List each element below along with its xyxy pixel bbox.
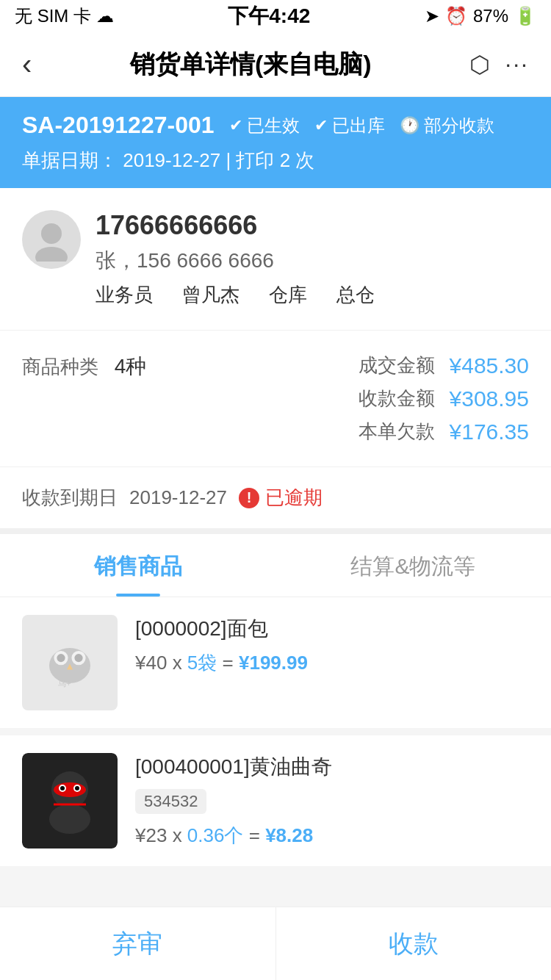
status-bar-left: 无 SIM 卡 ☁ xyxy=(15,4,114,28)
product-image-placeholder-1: 鸟+ xyxy=(22,615,118,710)
product-list: 鸟+ [0000002]面包 ¥40 x 5袋 = ¥199.99 xyxy=(0,597,551,866)
svg-text:鸟+: 鸟+ xyxy=(58,679,71,688)
badge-partial-label: 部分收款 xyxy=(424,114,494,137)
nav-bar: ‹ 销货单详情(来自电脑) ⬡ ··· xyxy=(0,32,551,97)
product-item-1: 鸟+ [0000002]面包 ¥40 x 5袋 = ¥199.99 xyxy=(0,597,551,728)
product-qty-2: 0.36个 xyxy=(187,824,244,846)
customer-id: 17666666666 xyxy=(96,210,529,241)
svg-point-11 xyxy=(54,782,86,797)
alarm-icon: ⏰ xyxy=(445,6,467,26)
clock-icon: 🕐 xyxy=(400,116,419,135)
tab-sales-products[interactable]: 销售商品 xyxy=(0,534,276,597)
nav-bar-right: ⬡ ··· xyxy=(469,51,529,79)
summary-left: 商品种类 4种 xyxy=(22,353,146,381)
avatar-icon xyxy=(29,217,73,262)
nav-bar-left: ‹ xyxy=(22,48,32,81)
product-qty-1: 5袋 xyxy=(187,652,217,674)
product-unit-price-2: ¥23 xyxy=(135,824,167,846)
header-banner-top: SA-20191227-001 ✔ 已生效 ✔ 已出库 🕐 部分收款 xyxy=(22,112,529,139)
tabs: 销售商品 结算&物流等 xyxy=(0,534,551,597)
product-details-2: [000400001]黄油曲奇 534532 ¥23 x 0.36个 = ¥8.… xyxy=(135,753,529,849)
transaction-amount: ¥485.30 xyxy=(450,353,529,378)
product-name-1: [0000002]面包 xyxy=(135,615,529,643)
customer-info: 17666666666 张，156 6666 6666 业务员 曾凡杰 仓库 总… xyxy=(96,210,529,308)
page-title: 销货单详情(来自电脑) xyxy=(130,48,372,82)
due-date-value: 2019-12-27 xyxy=(129,486,227,509)
balance-row: 本单欠款 ¥176.35 xyxy=(359,419,529,444)
product-type-label: 商品种类 xyxy=(22,356,98,378)
share-button[interactable]: ⬡ xyxy=(469,51,490,79)
product-total-2: ¥8.28 xyxy=(265,824,313,846)
svg-point-14 xyxy=(60,786,65,790)
product-price-1: ¥40 x 5袋 = ¥199.99 xyxy=(135,650,529,676)
summary-section: 商品种类 4种 成交金额 ¥485.30 收款金额 ¥308.95 本单欠款 ¥… xyxy=(0,331,551,467)
header-banner: SA-20191227-001 ✔ 已生效 ✔ 已出库 🕐 部分收款 单据日期：… xyxy=(0,97,551,188)
receipt-label: 收款金额 xyxy=(359,386,435,411)
date-label: 单据日期： xyxy=(22,149,118,171)
product-item-2: [000400001]黄油曲奇 534532 ¥23 x 0.36个 = ¥8.… xyxy=(0,735,551,866)
abandon-review-button[interactable]: 弃审 xyxy=(0,907,276,980)
sales-rep-value: 曾凡杰 xyxy=(182,282,240,308)
product-price-2: ¥23 x 0.36个 = ¥8.28 xyxy=(135,823,529,849)
summary-right: 成交金额 ¥485.30 收款金额 ¥308.95 本单欠款 ¥176.35 xyxy=(359,353,529,444)
product2-graphic xyxy=(33,764,107,837)
balance-label: 本单欠款 xyxy=(359,419,435,444)
customer-meta: 业务员 曾凡杰 仓库 总仓 xyxy=(96,282,529,308)
tab-sales-products-label: 销售商品 xyxy=(94,554,182,578)
overdue-dot-icon: ! xyxy=(239,488,259,508)
transaction-label: 成交金额 xyxy=(359,353,435,378)
balance-amount: ¥176.35 xyxy=(450,419,529,444)
svg-point-10 xyxy=(49,804,90,834)
status-bar-right: ➤ ⏰ 87% 🔋 xyxy=(425,6,536,26)
print-suffix: 次 xyxy=(295,149,314,171)
customer-name-phone: 张，156 6666 6666 xyxy=(96,247,529,275)
receipt-amount: ¥308.95 xyxy=(450,386,529,411)
warehouse-value: 总仓 xyxy=(336,282,375,308)
product-type-count: 4种 xyxy=(115,355,147,378)
overdue-label: 已逾期 xyxy=(265,485,323,511)
due-date-section: 收款到期日 2019-12-27 ! 已逾期 xyxy=(0,467,551,534)
badge-shipped: ✔ 已出库 xyxy=(314,114,385,137)
product-details-1: [0000002]面包 ¥40 x 5袋 = ¥199.99 xyxy=(135,615,529,676)
battery-text: 87% xyxy=(473,6,508,26)
svg-point-6 xyxy=(74,654,82,662)
receipt-row: 收款金额 ¥308.95 xyxy=(359,386,529,411)
product-image-1: 鸟+ xyxy=(22,615,118,710)
more-button[interactable]: ··· xyxy=(505,51,529,78)
back-button[interactable]: ‹ xyxy=(22,48,32,81)
collect-payment-button[interactable]: 收款 xyxy=(276,907,552,980)
customer-section: 17666666666 张，156 6666 6666 业务员 曾凡杰 仓库 总… xyxy=(0,188,551,331)
check-icon-1: ✔ xyxy=(229,116,242,135)
svg-point-1 xyxy=(35,247,68,262)
svg-point-15 xyxy=(75,786,79,790)
check-icon-2: ✔ xyxy=(314,116,328,135)
avatar xyxy=(22,210,81,269)
order-id: SA-20191227-001 xyxy=(22,112,215,139)
svg-point-5 xyxy=(57,654,65,662)
due-date-label: 收款到期日 xyxy=(22,485,118,511)
product-name-2: [000400001]黄油曲奇 xyxy=(135,753,529,781)
svg-point-0 xyxy=(41,223,62,244)
product-image-placeholder-2 xyxy=(22,753,118,849)
bottom-bar: 弃审 收款 xyxy=(0,907,551,980)
print-separator: | 打印 xyxy=(226,149,279,171)
tab-settlement-label: 结算&物流等 xyxy=(350,554,475,578)
product-total-1: ¥199.99 xyxy=(239,652,308,674)
product-image-2 xyxy=(22,753,118,849)
badge-effective-label: 已生效 xyxy=(247,114,300,137)
badge-partial: 🕐 部分收款 xyxy=(400,114,494,137)
product-tag-2: 534532 xyxy=(135,789,206,814)
transaction-row: 成交金额 ¥485.30 xyxy=(359,353,529,378)
status-bar-time: 下午4:42 xyxy=(228,2,310,30)
print-count: 2 xyxy=(280,149,290,171)
signal-text: 无 SIM 卡 ☁ xyxy=(15,4,114,28)
owl-icon: 鸟+ xyxy=(40,633,99,692)
sales-rep-label: 业务员 xyxy=(96,282,153,308)
header-banner-sub: 单据日期： 2019-12-27 | 打印 2 次 xyxy=(22,148,529,173)
status-bar: 无 SIM 卡 ☁ 下午4:42 ➤ ⏰ 87% 🔋 xyxy=(0,0,551,32)
badge-effective: ✔ 已生效 xyxy=(229,114,300,137)
tab-settlement[interactable]: 结算&物流等 xyxy=(276,534,551,597)
warehouse-label: 仓库 xyxy=(269,282,307,308)
product-unit-price-1: ¥40 xyxy=(135,652,167,674)
order-date: 2019-12-27 xyxy=(123,149,220,171)
